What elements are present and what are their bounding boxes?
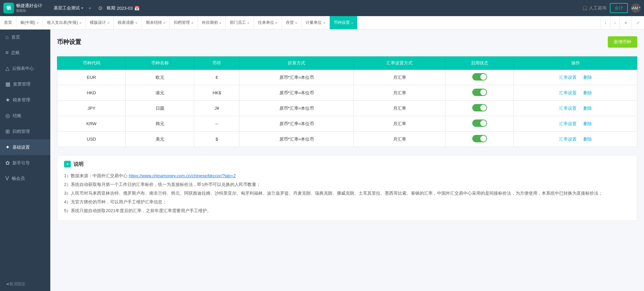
sidebar-item-home[interactable]: ⌂ 首页: [0, 30, 50, 45]
tab-next-button[interactable]: ›: [610, 16, 620, 30]
rate-setting-link[interactable]: 汇率设置: [559, 75, 577, 80]
cell-calc: 原币*汇率=本位币: [239, 101, 354, 116]
company-selector[interactable]: 基层工会测试 ▾: [54, 5, 83, 11]
delete-link[interactable]: 删除: [583, 121, 592, 126]
table-row: JPY 日圆 J¥ 原币*汇率=本位币 月汇率 汇率设置 删除: [57, 101, 637, 116]
tab-currency[interactable]: 币种设置 ×: [330, 16, 358, 29]
add-company-button[interactable]: ＋: [86, 3, 94, 13]
avatar[interactable]: iAM *: [631, 3, 641, 13]
rate-setting-link[interactable]: 汇率设置: [559, 106, 577, 111]
tab-department[interactable]: 部门员工 ×: [226, 16, 254, 29]
kuaiji-button[interactable]: 会计: [610, 3, 628, 13]
cell-status: [445, 70, 514, 85]
notes-list: 1）数据来源：中国外汇交易中心 https://www.chinamoney.c…: [64, 172, 630, 215]
status-toggle[interactable]: [472, 73, 487, 81]
close-icon[interactable]: ×: [37, 21, 39, 25]
tab-expand-button[interactable]: ⤢: [632, 16, 644, 30]
close-icon[interactable]: ×: [247, 21, 249, 25]
tab-unit[interactable]: 计量单位 ×: [302, 16, 329, 29]
close-icon[interactable]: ×: [295, 21, 297, 25]
close-icon[interactable]: ×: [163, 21, 165, 25]
topbar-right: 🎧 人工咨询 会计 iAM *: [582, 3, 641, 13]
close-icon[interactable]: ×: [219, 21, 221, 25]
tab-subject[interactable]: 科目期初 ×: [198, 16, 226, 29]
tab-inventory[interactable]: 存货 ×: [282, 16, 302, 29]
col-header-actions: 操作: [514, 57, 637, 70]
status-toggle[interactable]: [472, 89, 487, 96]
pin-toggle[interactable]: ◄取消固定: [0, 277, 50, 291]
cell-name: 港元: [126, 85, 194, 101]
delete-link[interactable]: 删除: [583, 137, 592, 142]
sidebar-item-invoice[interactable]: ▦ 发票管理: [0, 76, 50, 92]
tab-period-end[interactable]: 期末结转 ×: [142, 16, 170, 29]
tab-archive[interactable]: 归档管理 ×: [170, 16, 198, 29]
sidebar-item-reports[interactable]: △ 云报表中心: [0, 60, 50, 76]
table-row: EUR 欧元 € 原币*汇率=本位币 月汇率 汇率设置 删除: [57, 70, 637, 85]
content-area: 币种设置 新增币种 币种代码 币种名称 币符 折算方式 汇率设置方式 启用状态 …: [50, 30, 644, 291]
status-toggle[interactable]: [472, 104, 487, 111]
cell-symbol: --: [194, 116, 239, 132]
cell-rate-type: 月汇率: [354, 70, 445, 85]
col-header-code: 币种代码: [57, 57, 126, 70]
delete-link[interactable]: 删除: [583, 106, 592, 111]
currency-table: 币种代码 币种名称 币符 折算方式 汇率设置方式 启用状态 操作 EUR 欧元 …: [57, 56, 637, 147]
cell-symbol: $: [194, 132, 239, 147]
notes-link[interactable]: https://www.chinamoney.com.cn/chinese/bk…: [129, 173, 236, 178]
calendar-icon[interactable]: 📅: [134, 6, 140, 11]
reports-icon: △: [5, 65, 9, 71]
cell-name: 韩元: [126, 116, 194, 132]
support-button[interactable]: 🎧 人工咨询: [582, 5, 606, 11]
close-icon[interactable]: ×: [135, 21, 137, 25]
sidebar-item-archive[interactable]: ⊞ 归档管理: [0, 124, 50, 139]
cell-rate-type: 月汇率: [354, 116, 445, 132]
tab-partner[interactable]: 往来单位 ×: [254, 16, 282, 29]
cell-calc: 原币*汇率=本位币: [239, 116, 354, 132]
cell-code: USD: [57, 132, 126, 147]
new-currency-button[interactable]: 新增币种: [608, 36, 637, 48]
sidebar-item-basic[interactable]: ✦ 基础设置: [0, 139, 50, 155]
close-icon[interactable]: ×: [351, 21, 353, 25]
cell-calc: 原币*汇率=本位币: [239, 70, 354, 85]
table-row: USD 美元 $ 原币*汇率=本位币 月汇率 汇率设置 删除: [57, 132, 637, 147]
table-row: HKD 港元 HK$ 原币*汇率=本位币 月汇率 汇率设置 删除: [57, 85, 637, 101]
sidebar-item-guide[interactable]: ✿ 新手引导: [0, 155, 50, 171]
close-icon[interactable]: ×: [191, 21, 193, 25]
sidebar-item-checkout[interactable]: ◎ 结账: [0, 108, 50, 124]
cell-name: 欧元: [126, 70, 194, 85]
rate-setting-link[interactable]: 汇率设置: [559, 121, 577, 126]
close-icon[interactable]: ×: [275, 21, 277, 25]
notes-item: 2）系统自动获取每月第一个工作日的汇率标价，统一为直接标价法，即1外币可以兑换的…: [64, 180, 630, 189]
tab-period[interactable]: 账(中期) ×: [16, 16, 43, 29]
cell-rate-type: 月汇率: [354, 101, 445, 116]
cell-name: 日圆: [126, 101, 194, 116]
cell-code: KRW: [57, 116, 126, 132]
notes-section: ≡ 说明 1）数据来源：中国外汇交易中心 https://www.chinamo…: [57, 155, 637, 221]
page-title: 币种设置: [57, 38, 81, 46]
topbar-mid: 基层工会测试 ▾ ＋ ⚙ 账期 2023-03 📅: [54, 3, 582, 13]
sidebar-item-tax[interactable]: ★ 税务管理: [0, 92, 50, 108]
cell-code: JPY: [57, 101, 126, 116]
close-icon[interactable]: ×: [107, 21, 109, 25]
close-icon[interactable]: ×: [323, 21, 325, 25]
page-header: 币种设置 新增币种: [57, 36, 637, 53]
tab-income[interactable]: 收入支出表(年报) ×: [43, 16, 86, 29]
cell-symbol: €: [194, 70, 239, 85]
rate-setting-link[interactable]: 汇率设置: [559, 90, 577, 95]
sidebar-item-member[interactable]: V 畅会员: [0, 171, 50, 186]
tab-prev-button[interactable]: ‹: [601, 16, 610, 30]
tab-home[interactable]: 首页: [0, 16, 16, 29]
tab-tax-form[interactable]: 税表清册 ×: [114, 16, 142, 29]
delete-link[interactable]: 删除: [583, 75, 592, 80]
tab-close-button[interactable]: ×: [620, 16, 632, 30]
member-icon: V: [5, 176, 9, 182]
delete-link[interactable]: 删除: [583, 90, 592, 95]
status-toggle[interactable]: [472, 135, 487, 142]
rate-setting-link[interactable]: 汇率设置: [559, 137, 577, 142]
status-toggle[interactable]: [472, 119, 487, 127]
sidebar-item-ledger[interactable]: ≡ 总账: [0, 45, 50, 60]
close-icon[interactable]: ×: [79, 21, 81, 25]
tab-template[interactable]: 模版设计 ×: [86, 16, 114, 29]
settings-icon[interactable]: ⚙: [97, 4, 104, 13]
home-icon: ⌂: [5, 34, 9, 40]
cell-symbol: HK$: [194, 85, 239, 101]
